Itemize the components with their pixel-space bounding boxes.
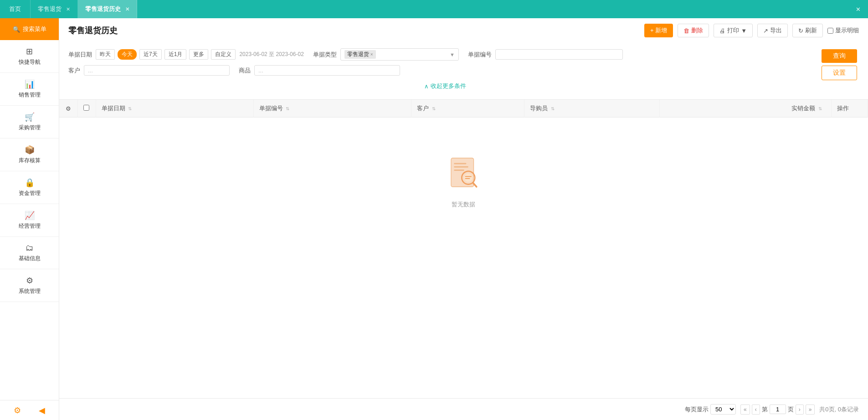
type-tag: 零售退货 × (344, 50, 376, 59)
sidebar-item-purchase-label: 采购管理 (19, 124, 41, 132)
export-button[interactable]: ↗ 导出 (757, 24, 788, 37)
tab-home[interactable]: 首页 (0, 0, 31, 18)
th-customer[interactable]: 客户 ⇅ (411, 100, 524, 118)
th-amount[interactable]: 实销金额 ⇅ (660, 100, 832, 118)
date-7days-btn[interactable]: 近7天 (139, 49, 162, 60)
finance-icon: 🔒 (25, 178, 35, 188)
empty-state: 暂无数据 (59, 118, 868, 245)
tab-list: 首页 零售退货 ✕ 零售退货历史 ✕ (0, 0, 848, 18)
sidebar-search-label: 搜索菜单 (23, 25, 46, 33)
type-tag-label: 零售退货 (347, 51, 369, 58)
date-filter-label: 单据日期 (68, 51, 92, 59)
date-range-display: 2023-06-02 至 2023-06-02 (239, 51, 303, 58)
svg-rect-2 (454, 166, 469, 168)
sidebar-item-finance[interactable]: 🔒 资金管理 (0, 171, 59, 204)
sidebar-item-system[interactable]: ⚙ 系统管理 (0, 269, 59, 302)
tab-retail-return-history[interactable]: 零售退货历史 ✕ (78, 0, 137, 18)
collapse-label: 收起更多条件 (431, 82, 466, 90)
date-custom-btn[interactable]: 自定义 (211, 49, 236, 60)
first-page-btn[interactable]: « (740, 405, 750, 415)
print-button[interactable]: 🖨 打印 ▼ (714, 24, 753, 37)
total-text: 共0页, 0条记录 (819, 405, 859, 414)
goods-input[interactable]: ... (254, 65, 400, 76)
filter-section: 单据日期 昨天 今天 近7天 近1月 更多 自定义 2023-06-02 至 2… (68, 48, 859, 96)
type-tag-close[interactable]: × (370, 52, 373, 57)
filter-row-2: 客户 ... 商品 ... (68, 65, 822, 76)
type-filter-label: 单据类型 (313, 51, 337, 59)
sidebar-item-purchase-mgmt[interactable]: 🛒 采购管理 (0, 106, 59, 138)
sidebar-item-sales-mgmt[interactable]: 📊 销售管理 (0, 73, 59, 106)
next-page-btn[interactable]: › (796, 405, 804, 415)
number-input[interactable] (495, 49, 623, 60)
basic-info-icon: 🗂 (26, 243, 34, 253)
type-select-arrow: ▼ (450, 52, 455, 57)
th-date-label: 单据日期 (102, 105, 125, 112)
page-size-select: 每页显示 50 10 20 100 (685, 404, 736, 415)
date-1month-btn[interactable]: 近1月 (164, 49, 187, 60)
tab-retail-return-history-close[interactable]: ✕ (125, 6, 129, 12)
th-guide[interactable]: 导购员 ⇅ (524, 100, 660, 118)
th-number-label: 单据编号 (259, 105, 283, 112)
customer-placeholder: ... (88, 67, 93, 74)
top-bar-close[interactable]: ✕ (848, 6, 868, 13)
th-date[interactable]: 单据日期 ⇅ (96, 100, 253, 118)
delete-button[interactable]: 🗑 删除 (678, 24, 709, 37)
th-customer-sort: ⇅ (432, 106, 436, 111)
th-amount-label: 实销金额 (791, 105, 815, 112)
page-number-input[interactable] (770, 405, 786, 414)
customer-input[interactable]: ... (84, 65, 230, 76)
th-guide-sort: ⇅ (551, 106, 555, 111)
system-icon: ⚙ (26, 276, 33, 286)
sidebar-item-inventory[interactable]: 📦 库存核算 (0, 138, 59, 171)
query-button[interactable]: 查询 (822, 49, 857, 63)
date-yesterday-btn[interactable]: 昨天 (96, 49, 115, 60)
tab-retail-return[interactable]: 零售退货 ✕ (31, 0, 78, 18)
date-more-btn[interactable]: 更多 (189, 49, 208, 60)
empty-illustration (443, 154, 484, 195)
customer-filter-label: 客户 (68, 67, 80, 75)
collapse-icon: ∧ (424, 83, 429, 90)
set-button[interactable]: 设置 (822, 66, 857, 80)
page-nav: « ‹ 第 页 › » (740, 405, 815, 415)
search-icon: 🔍 (13, 26, 20, 33)
select-all-checkbox[interactable] (83, 105, 89, 111)
tab-retail-return-history-label: 零售退货历史 (85, 5, 121, 13)
print-icon: 🖨 (719, 27, 725, 34)
th-settings[interactable]: ⚙ (59, 100, 77, 118)
main-layout: 🔍 搜索菜单 ⊞ 快捷导航 📊 销售管理 🛒 采购管理 📦 库存核算 🔒 (0, 18, 868, 420)
filter-row-1: 单据日期 昨天 今天 近7天 近1月 更多 自定义 2023-06-02 至 2… (68, 48, 822, 61)
date-today-btn[interactable]: 今天 (118, 49, 137, 60)
filter-right: 查询 设置 (822, 48, 859, 96)
th-number[interactable]: 单据编号 ⇅ (253, 100, 411, 118)
collapse-btn[interactable]: ∧ 收起更多条件 (424, 80, 466, 92)
sidebar-item-quick-nav[interactable]: ⊞ 快捷导航 (0, 40, 59, 73)
new-button[interactable]: + 新增 (644, 24, 673, 37)
sidebar-collapse-icon[interactable]: ◀ (39, 405, 45, 415)
sidebar-item-operations[interactable]: 📈 经营管理 (0, 204, 59, 237)
sales-icon: 📊 (25, 79, 35, 89)
sidebar-settings-icon[interactable]: ⚙ (14, 405, 21, 415)
page-label: 第 (762, 405, 768, 414)
tab-retail-return-close[interactable]: ✕ (66, 6, 70, 12)
export-icon: ↗ (763, 27, 768, 34)
show-detail-input[interactable] (827, 28, 833, 34)
page-header: 零售退货历史 + 新增 🗑 删除 🖨 打印 ▼ ↗ 导出 (59, 18, 868, 100)
refresh-button[interactable]: ↻ 刷新 (792, 24, 823, 37)
sidebar-item-basic-info[interactable]: 🗂 基础信息 (0, 237, 59, 269)
filter-date: 单据日期 昨天 今天 近7天 近1月 更多 自定义 2023-06-02 至 2… (68, 49, 304, 60)
sidebar-search[interactable]: 🔍 搜索菜单 (0, 18, 59, 40)
show-detail-checkbox[interactable]: 显示明细 (827, 26, 859, 35)
per-page-dropdown[interactable]: 50 10 20 100 (710, 404, 736, 415)
th-date-sort: ⇅ (128, 106, 132, 111)
last-page-btn[interactable]: » (806, 405, 815, 415)
print-arrow-icon: ▼ (741, 27, 747, 34)
purchase-icon: 🛒 (25, 112, 35, 122)
sidebar-item-quick-nav-label: 快捷导航 (19, 58, 41, 66)
filter-type: 单据类型 零售退货 × ▼ (313, 48, 459, 61)
type-select[interactable]: 零售退货 × ▼ (340, 48, 459, 61)
top-bar: 首页 零售退货 ✕ 零售退货历史 ✕ ✕ (0, 0, 868, 18)
sidebar: 🔍 搜索菜单 ⊞ 快捷导航 📊 销售管理 🛒 采购管理 📦 库存核算 🔒 (0, 18, 59, 420)
empty-text: 暂无数据 (452, 200, 475, 209)
prev-page-btn[interactable]: ‹ (752, 405, 760, 415)
sidebar-item-inventory-label: 库存核算 (19, 157, 41, 164)
